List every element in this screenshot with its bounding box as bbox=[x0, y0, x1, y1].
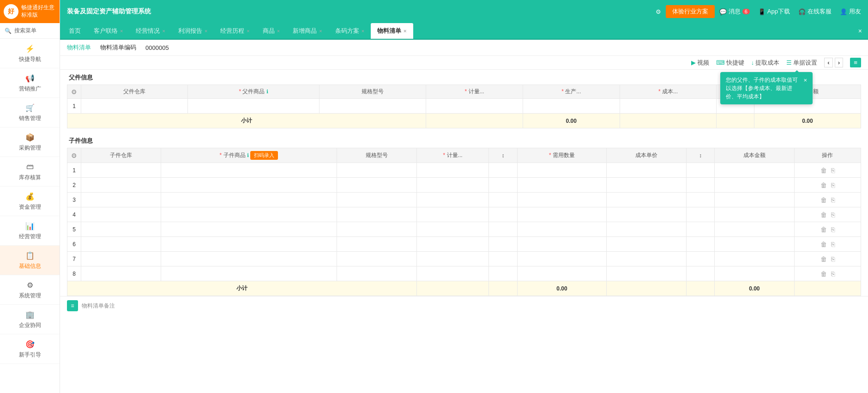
child-row-qty[interactable] bbox=[517, 193, 607, 207]
tab-bom-close[interactable]: × bbox=[404, 28, 406, 34]
prev-button[interactable]: ‹ bbox=[824, 58, 832, 67]
copy-row-button[interactable]: ⎘ bbox=[830, 255, 836, 263]
tab-bom[interactable]: 物料清单 × bbox=[371, 23, 413, 39]
child-row-unit-cost[interactable] bbox=[607, 178, 687, 193]
child-row-unit[interactable] bbox=[416, 193, 489, 207]
user-item[interactable]: 👤 用友 bbox=[840, 7, 861, 16]
child-col-settings[interactable]: ⚙ bbox=[67, 148, 81, 163]
child-row-warehouse[interactable] bbox=[81, 222, 161, 237]
copy-row-button[interactable]: ⎘ bbox=[830, 270, 836, 278]
sidebar-item-operation[interactable]: 📊 经营管理 bbox=[0, 216, 60, 246]
child-row-goods[interactable] bbox=[161, 237, 337, 252]
settings-icon[interactable]: ⚙ bbox=[656, 8, 661, 15]
tab-profit-close[interactable]: × bbox=[205, 28, 207, 34]
child-row-qty[interactable] bbox=[517, 237, 607, 252]
child-row-unit-cost[interactable] bbox=[607, 193, 687, 207]
child-row-spec[interactable] bbox=[337, 178, 417, 193]
copy-row-button[interactable]: ⎘ bbox=[830, 226, 836, 233]
search-menu-item[interactable]: 🔍 搜索菜单 bbox=[0, 23, 60, 39]
sidebar-item-system[interactable]: ⚙ 系统管理 bbox=[0, 275, 60, 305]
delete-row-button[interactable]: 🗑 bbox=[819, 255, 828, 263]
child-row-spec[interactable] bbox=[337, 207, 417, 222]
tab-home[interactable]: 首页 bbox=[62, 23, 87, 39]
sidebar-item-sales[interactable]: 🛒 销售管理 bbox=[0, 98, 60, 127]
parent-row-warehouse[interactable] bbox=[81, 99, 188, 114]
shortcut-action[interactable]: ⌨ 快捷键 bbox=[716, 59, 744, 67]
child-goods-info-icon[interactable]: ℹ bbox=[247, 152, 249, 158]
tab-customer-close[interactable]: × bbox=[120, 28, 123, 34]
copy-row-button[interactable]: ⎘ bbox=[830, 211, 836, 218]
message-item[interactable]: 💬 消息 6 bbox=[719, 7, 750, 16]
parent-gear-icon[interactable]: ⚙ bbox=[71, 88, 77, 96]
tab-customer[interactable]: 客户联络 × bbox=[87, 23, 129, 39]
child-row-goods[interactable] bbox=[161, 207, 337, 222]
child-row-unit[interactable] bbox=[416, 237, 489, 252]
tab-history[interactable]: 经营历程 × bbox=[214, 23, 256, 39]
delete-row-button[interactable]: 🗑 bbox=[819, 167, 828, 174]
child-row-qty[interactable] bbox=[517, 178, 607, 193]
list-view-button[interactable]: ≡ bbox=[850, 58, 861, 67]
child-row-warehouse[interactable] bbox=[81, 178, 161, 193]
child-row-qty[interactable] bbox=[517, 266, 607, 281]
extract-cost-action[interactable]: ↓ 提取成本 bbox=[751, 59, 780, 67]
delete-row-button[interactable]: 🗑 bbox=[819, 226, 828, 233]
child-gear-icon[interactable]: ⚙ bbox=[71, 152, 77, 159]
delete-row-button[interactable]: 🗑 bbox=[819, 181, 828, 189]
child-row-spec[interactable] bbox=[337, 163, 417, 178]
child-row-unit-cost[interactable] bbox=[607, 163, 687, 178]
parent-row-goods[interactable] bbox=[187, 99, 319, 114]
child-row-warehouse[interactable] bbox=[81, 252, 161, 266]
tab-history-close[interactable]: × bbox=[247, 28, 249, 34]
child-row-goods[interactable] bbox=[161, 252, 337, 266]
child-row-warehouse[interactable] bbox=[81, 266, 161, 281]
child-row-goods[interactable] bbox=[161, 222, 337, 237]
tab-profit[interactable]: 利润报告 × bbox=[172, 23, 214, 39]
child-row-unit[interactable] bbox=[416, 178, 489, 193]
parent-row-production[interactable] bbox=[523, 99, 620, 114]
online-service-item[interactable]: 🎧 在线客服 bbox=[798, 7, 832, 16]
sidebar-item-finance[interactable]: 💰 资金管理 bbox=[0, 187, 60, 216]
child-row-unit[interactable] bbox=[416, 266, 489, 281]
child-row-warehouse[interactable] bbox=[81, 193, 161, 207]
child-row-spec[interactable] bbox=[337, 222, 417, 237]
delete-row-button[interactable]: 🗑 bbox=[819, 211, 828, 218]
parent-goods-info-icon[interactable]: ℹ bbox=[266, 89, 268, 94]
tab-operation-status[interactable]: 经营情况 × bbox=[129, 23, 171, 39]
parent-row-spec[interactable] bbox=[319, 99, 426, 114]
child-row-unit[interactable] bbox=[416, 252, 489, 266]
parent-row-unit[interactable] bbox=[426, 99, 523, 114]
copy-row-button[interactable]: ⎘ bbox=[830, 181, 836, 189]
child-row-unit-cost[interactable] bbox=[607, 266, 687, 281]
breadcrumb-link[interactable]: 物料清单 bbox=[67, 43, 91, 52]
child-row-goods[interactable] bbox=[161, 193, 337, 207]
child-row-qty[interactable] bbox=[517, 207, 607, 222]
child-row-unit-cost[interactable] bbox=[607, 222, 687, 237]
child-row-warehouse[interactable] bbox=[81, 237, 161, 252]
tab-new-goods[interactable]: 新增商品 × bbox=[286, 23, 328, 39]
tooltip-close-button[interactable]: × bbox=[803, 76, 807, 85]
child-row-unit-cost[interactable] bbox=[607, 207, 687, 222]
sidebar-item-purchase[interactable]: 📦 采购管理 bbox=[0, 127, 60, 157]
app-download-item[interactable]: 📱 App下载 bbox=[758, 7, 790, 16]
child-row-goods[interactable] bbox=[161, 266, 337, 281]
child-row-qty[interactable] bbox=[517, 222, 607, 237]
sidebar-item-inventory[interactable]: 🗃 库存核算 bbox=[0, 157, 60, 187]
delete-row-button[interactable]: 🗑 bbox=[819, 241, 828, 248]
copy-row-button[interactable]: ⎘ bbox=[830, 196, 836, 204]
child-row-spec[interactable] bbox=[337, 252, 417, 266]
sidebar-item-quick-nav[interactable]: ⚡ 快捷导航 bbox=[0, 39, 60, 68]
trial-button[interactable]: 体验行业方案 bbox=[666, 5, 715, 18]
child-row-qty[interactable] bbox=[517, 252, 607, 266]
child-row-spec[interactable] bbox=[337, 193, 417, 207]
child-row-spec[interactable] bbox=[337, 237, 417, 252]
tab-operation-status-close[interactable]: × bbox=[162, 28, 165, 34]
sidebar-item-marketing[interactable]: 📢 营销推广 bbox=[0, 68, 60, 98]
child-row-goods[interactable] bbox=[161, 178, 337, 193]
sidebar-item-basic[interactable]: 📋 基础信息 bbox=[0, 246, 60, 275]
child-row-unit-cost[interactable] bbox=[607, 252, 687, 266]
tab-barcode[interactable]: 条码方案 × bbox=[329, 23, 371, 39]
scan-button[interactable]: 扫码录入 bbox=[250, 151, 278, 160]
sidebar-item-enterprise[interactable]: 🏢 企业协同 bbox=[0, 305, 60, 334]
tab-new-goods-close[interactable]: × bbox=[319, 28, 322, 34]
close-all-tabs[interactable]: × bbox=[855, 27, 866, 35]
